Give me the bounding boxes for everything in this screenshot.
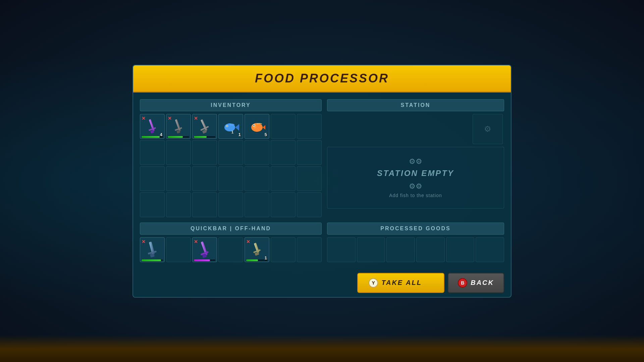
left-panel: INVENTORY ✕: [140, 99, 322, 262]
item-bar-3: [194, 136, 215, 138]
svg-point-12: [227, 125, 228, 126]
inventory-slot-17[interactable]: [192, 166, 217, 191]
inventory-slot-16[interactable]: [166, 166, 191, 191]
inventory-section: INVENTORY ✕: [140, 99, 322, 217]
quickbar-slot-3[interactable]: ✕: [192, 237, 217, 262]
processed-slot-1[interactable]: [327, 237, 356, 262]
svg-point-18: [254, 125, 255, 126]
inventory-slot-27[interactable]: [271, 192, 296, 217]
item-bar-fill-3: [194, 136, 207, 138]
back-label: BACK: [471, 279, 494, 287]
station-gear-icon: ⚙⚙: [334, 157, 497, 166]
station-empty-panel: ⚙⚙ STATION EMPTY ⚙⚙ Add fish to the stat…: [327, 147, 504, 208]
inventory-slot-6[interactable]: [271, 114, 296, 139]
qbar-1: [142, 259, 163, 261]
inventory-header: INVENTORY: [140, 99, 322, 111]
processed-slot-5[interactable]: [446, 237, 475, 262]
x-badge: ✕: [194, 239, 198, 244]
inventory-slot-7[interactable]: [297, 114, 322, 139]
inventory-row-4: [140, 192, 322, 217]
station-section: STATION ⚙ ⚙⚙ STATION EMPTY ⚙⚙ Add fish t…: [327, 99, 504, 217]
b-button-label: B: [461, 280, 464, 286]
processed-goods-grid: [327, 237, 504, 262]
inventory-slot-15[interactable]: [140, 166, 165, 191]
svg-point-14: [251, 123, 263, 132]
processed-goods-section: PROCESSED GOODS: [327, 223, 504, 262]
quickbar-slot-6[interactable]: [271, 237, 296, 262]
inventory-slot-3[interactable]: ✕: [192, 114, 217, 139]
right-panel: STATION ⚙ ⚙⚙ STATION EMPTY ⚙⚙ Add fish t…: [327, 99, 504, 262]
fish-blue-icon: 1: [222, 118, 239, 135]
processed-slot-2[interactable]: [357, 237, 385, 262]
quickbar-slot-5[interactable]: ✕: [245, 237, 269, 262]
processed-slot-4[interactable]: [416, 237, 445, 262]
panel-body: INVENTORY ✕: [133, 93, 511, 269]
inventory-slot-12[interactable]: [245, 140, 269, 165]
weapon-icon-gray1: [171, 118, 185, 134]
x-badge: ✕: [142, 116, 146, 121]
inventory-slot-13[interactable]: [271, 140, 296, 165]
processed-goods-header: PROCESSED GOODS: [327, 223, 504, 235]
inventory-slot-8[interactable]: [140, 140, 165, 165]
svg-rect-21: [150, 253, 155, 257]
inventory-slot-24[interactable]: [192, 192, 217, 217]
station-header: STATION: [327, 99, 504, 111]
svg-rect-27: [255, 252, 259, 256]
inventory-slot-9[interactable]: [166, 140, 191, 165]
inventory-slot-21[interactable]: [297, 166, 322, 191]
inventory-slot-19[interactable]: [245, 166, 269, 191]
panel-footer: Y TAKE ALL B BACK: [133, 269, 511, 297]
inventory-slot-11[interactable]: [218, 140, 243, 165]
svg-text:1: 1: [231, 130, 233, 134]
inventory-slot-1[interactable]: ✕: [140, 114, 165, 139]
qbar-fill-1: [142, 259, 161, 261]
item-bar-fill-1: [142, 136, 160, 138]
item-count-5: 5: [265, 132, 267, 137]
quickbar-slot-1[interactable]: ✕: [140, 237, 165, 262]
station-content: ⚙ ⚙⚙ STATION EMPTY ⚙⚙ Add fish to the st…: [327, 114, 504, 208]
item-bar-fill-2: [168, 136, 183, 138]
processed-slot-6[interactable]: [476, 237, 504, 262]
quickbar-weapon-3: [198, 241, 212, 258]
inventory-slot-18[interactable]: [218, 166, 243, 191]
station-top-slot[interactable]: ⚙: [473, 114, 503, 144]
station-empty-text: Add fish to the station: [334, 193, 497, 198]
take-all-button[interactable]: Y TAKE ALL: [357, 273, 444, 293]
qbar-fill-3: [194, 259, 210, 261]
main-panel: FOOD PROCESSOR INVENTORY ✕: [132, 65, 512, 298]
quickbar-slot-4[interactable]: [218, 237, 243, 262]
qbar-5: [246, 259, 268, 261]
inventory-slot-2[interactable]: ✕: [166, 114, 191, 139]
inventory-slot-26[interactable]: [245, 192, 269, 217]
fish-orange-icon: [249, 118, 265, 135]
processed-slot-3[interactable]: [386, 237, 415, 262]
quickbar-slot-7[interactable]: [297, 237, 322, 262]
qbar-fill-5: [246, 259, 258, 261]
inventory-slot-14[interactable]: [297, 140, 322, 165]
station-top-slot-area: ⚙: [327, 114, 504, 144]
quickbar-grid: ✕: [140, 237, 322, 262]
back-button[interactable]: B BACK: [448, 273, 504, 293]
svg-marker-15: [263, 124, 265, 131]
station-empty-title: STATION EMPTY: [334, 169, 497, 178]
inventory-slot-10[interactable]: [192, 140, 217, 165]
inventory-slot-22[interactable]: [140, 192, 165, 217]
weapon-icon-gray2: [198, 118, 212, 134]
quickbar-slot-2[interactable]: [166, 237, 191, 262]
take-all-label: TAKE ALL: [381, 279, 422, 287]
quickbar-weapon-5: [250, 242, 264, 258]
x-badge: ✕: [246, 239, 250, 244]
inventory-slot-4[interactable]: 1 1: [218, 114, 243, 139]
panel-header: FOOD PROCESSOR: [133, 65, 511, 93]
inventory-slot-23[interactable]: [166, 192, 191, 217]
inventory-slot-28[interactable]: [297, 192, 322, 217]
item-count-4: 1: [238, 132, 241, 137]
inventory-slot-20[interactable]: [271, 166, 296, 191]
ground-decoration: [0, 335, 644, 362]
inventory-slot-25[interactable]: [218, 192, 243, 217]
item-bar-1: [142, 136, 163, 138]
inventory-row-3: [140, 166, 322, 191]
inventory-row-2: [140, 140, 322, 165]
inventory-grid: ✕: [140, 114, 322, 217]
inventory-slot-5[interactable]: 5: [245, 114, 269, 139]
